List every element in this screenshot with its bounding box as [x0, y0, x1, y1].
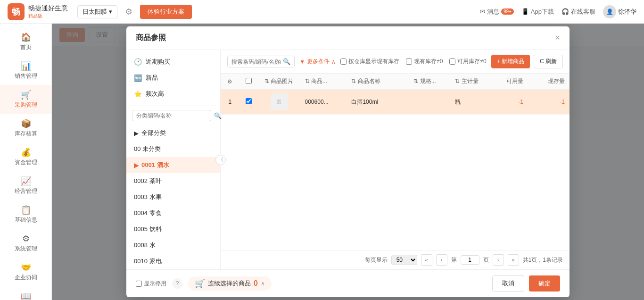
category-item-fruit[interactable]: 0003 水果 — [126, 189, 220, 205]
sidebar-item-sales[interactable]: 📊 销售管理 — [0, 56, 51, 85]
collapse-filter-icon: ∧ — [331, 58, 336, 65]
sidebar-label-inventory: 库存核算 — [15, 130, 37, 138]
check-available-nonzero[interactable]: 可用库存≠0 — [449, 58, 486, 66]
col-spec-header[interactable]: ⇅ 规格... — [409, 74, 450, 90]
category-water-label: 0008 水 — [134, 241, 156, 250]
check-by-warehouse[interactable]: 按仓库显示现有库存 — [340, 58, 399, 66]
sidebar-label-finance: 资金管理 — [15, 158, 37, 167]
filter-bar: 🔍 ▼ 更多条件 ∧ 按仓库显示现有库存 — [221, 50, 570, 74]
last-page-button[interactable]: » — [508, 254, 519, 266]
product-search-input[interactable] — [231, 58, 281, 65]
page-number-input[interactable] — [461, 255, 479, 265]
user-name: 徐泽华 — [618, 8, 636, 16]
row-code: 000600... — [300, 90, 347, 115]
prev-page-button[interactable]: ‹ — [436, 254, 447, 266]
sidebar-item-enterprise[interactable]: 🤝 企业协同 — [0, 258, 51, 286]
collapse-panel-button[interactable]: 《 — [215, 155, 226, 165]
category-item-appliance[interactable]: 0010 家电 — [126, 253, 220, 269]
modal-close-button[interactable]: × — [555, 33, 560, 43]
confirm-button[interactable]: 确定 — [529, 275, 560, 292]
warehouse-checkbox[interactable] — [340, 58, 347, 65]
sidebar-item-finance[interactable]: 💰 资金管理 — [0, 142, 51, 171]
col-unit-header[interactable]: ⇅ 主计量 — [450, 74, 487, 90]
more-conditions-button[interactable]: ▼ 更多条件 ∧ — [299, 58, 336, 66]
expand-all-icon: ▶ — [134, 130, 139, 137]
quick-link-new[interactable]: 🆕 新品 — [126, 70, 220, 86]
sidebar-item-purchase[interactable]: 🛒 采购管理 — [0, 85, 51, 114]
quick-links-section: 🕐 近期购买 🆕 新品 ⭐ 频次高 — [126, 50, 220, 106]
guide-icon: 📖 — [21, 291, 31, 300]
sidebar: 🏠 首页 📊 销售管理 🛒 采购管理 📦 库存核算 💰 资金管理 📈 经营管理 … — [0, 24, 52, 300]
category-item-all[interactable]: ▶ 全部分类 — [126, 125, 220, 141]
category-item-liquor[interactable]: ▶ 0001 酒水 — [126, 157, 220, 173]
message-icon: ✉ — [480, 8, 485, 15]
cart-area[interactable]: 🛒 连续选择的商品 0 ∧ — [188, 276, 272, 291]
user-item[interactable]: 👤 徐泽华 — [603, 5, 636, 18]
refresh-button[interactable]: C 刷新 — [534, 55, 563, 68]
category-item-uncategorized[interactable]: 00 未分类 — [126, 141, 220, 157]
category-list: ▶ 全部分类 00 未分类 ▶ 0001 酒水 0002 茶 — [126, 125, 220, 269]
category-item-beverage[interactable]: 0005 饮料 — [126, 221, 220, 237]
category-all-label: 全部分类 — [141, 129, 166, 137]
show-disabled-label[interactable]: 显示停用 — [136, 280, 166, 288]
sidebar-label-sales: 销售管理 — [15, 72, 37, 80]
product-search-icon[interactable]: 🔍 — [283, 58, 290, 65]
category-search-icon[interactable]: 🔍 — [214, 112, 222, 119]
user-avatar: 👤 — [603, 5, 616, 18]
row-available: -1 — [487, 90, 528, 115]
right-panel: 🔍 ▼ 更多条件 ∧ 按仓库显示现有库存 — [221, 50, 570, 269]
quick-link-frequent[interactable]: ⭐ 频次高 — [126, 86, 220, 102]
modal-title: 商品参照 — [136, 33, 166, 43]
basic-icon: 📋 — [21, 205, 31, 215]
category-item-tea[interactable]: 0002 茶叶 — [126, 173, 220, 189]
col-code-header[interactable]: ⇅ 商品... — [300, 74, 347, 90]
col-name-header[interactable]: ⇅ 商品名称 — [347, 74, 409, 90]
table-row[interactable]: 1 图 000600... 白酒100ml — [221, 90, 570, 115]
app-download-item[interactable]: 📱 App下载 — [521, 8, 554, 16]
col-settings: ⚙ — [221, 74, 239, 90]
pagination: 每页显示 50 100 « ‹ 第 页 › » 共 — [221, 250, 570, 269]
first-page-button[interactable]: « — [421, 254, 432, 266]
footer-actions: 取消 确定 — [492, 275, 560, 292]
store-chevron-icon: ▾ — [109, 8, 112, 15]
recent-label: 近期购买 — [146, 58, 170, 66]
per-page-select[interactable]: 50 100 — [391, 255, 417, 265]
trial-button[interactable]: 体验行业方案 — [140, 5, 192, 19]
help-icon[interactable]: ? — [172, 278, 182, 289]
category-item-snack[interactable]: 0004 零食 — [126, 205, 220, 221]
sidebar-item-inventory[interactable]: 📦 库存核算 — [0, 114, 51, 142]
messages-item[interactable]: ✉ 消息 99+ — [480, 8, 514, 16]
sidebar-item-guide[interactable]: 📖 新手引导 — [0, 286, 51, 300]
sidebar-label-purchase: 采购管理 — [15, 101, 37, 109]
cancel-button[interactable]: 取消 — [492, 275, 524, 292]
logo-area: 畅 畅捷通好生意 精品版 — [8, 3, 68, 20]
category-liquor-label: 0001 酒水 — [141, 161, 169, 169]
gear-icon[interactable]: ⚙ — [123, 5, 134, 19]
check-stock-nonzero[interactable]: 现有库存≠0 — [406, 58, 443, 66]
product-table: ⚙ ⇅ 商品图片 ⇅ 商品... — [221, 74, 570, 115]
category-appliance-label: 0010 家电 — [134, 257, 162, 266]
col-img-sort-icon: ⇅ — [264, 78, 269, 84]
add-product-button[interactable]: + 新增商品 — [491, 55, 530, 68]
sidebar-item-basic-info[interactable]: 📋 基础信息 — [0, 200, 51, 229]
modal-body: 🕐 近期购买 🆕 新品 ⭐ 频次高 — [126, 50, 570, 269]
header-center: 日太阳膜 ▾ ⚙ 体验行业方案 — [77, 5, 480, 19]
store-selector[interactable]: 日太阳膜 ▾ — [77, 5, 117, 18]
show-disabled-checkbox[interactable] — [136, 281, 142, 287]
online-service-item[interactable]: 🎧 在线客服 — [561, 8, 595, 16]
table-body: 1 图 000600... 白酒100ml — [221, 90, 570, 115]
sidebar-item-system[interactable]: ⚙ 系统管理 — [0, 229, 51, 258]
sidebar-item-business[interactable]: 📈 经营管理 — [0, 171, 51, 200]
quick-link-recent[interactable]: 🕐 近期购买 — [126, 54, 220, 70]
inventory-icon: 📦 — [21, 118, 31, 129]
row-checkbox[interactable] — [246, 98, 252, 104]
category-item-water[interactable]: 0008 水 — [126, 237, 220, 253]
select-all-checkbox[interactable] — [246, 78, 252, 84]
next-page-button[interactable]: › — [493, 254, 504, 266]
sidebar-item-home[interactable]: 🏠 首页 — [0, 27, 51, 56]
sidebar-label-home: 首页 — [20, 43, 32, 51]
available-nonzero-checkbox[interactable] — [449, 58, 455, 65]
app-download-label: App下载 — [531, 8, 554, 16]
stock-nonzero-checkbox[interactable] — [406, 58, 412, 65]
category-search-input[interactable] — [132, 110, 211, 121]
